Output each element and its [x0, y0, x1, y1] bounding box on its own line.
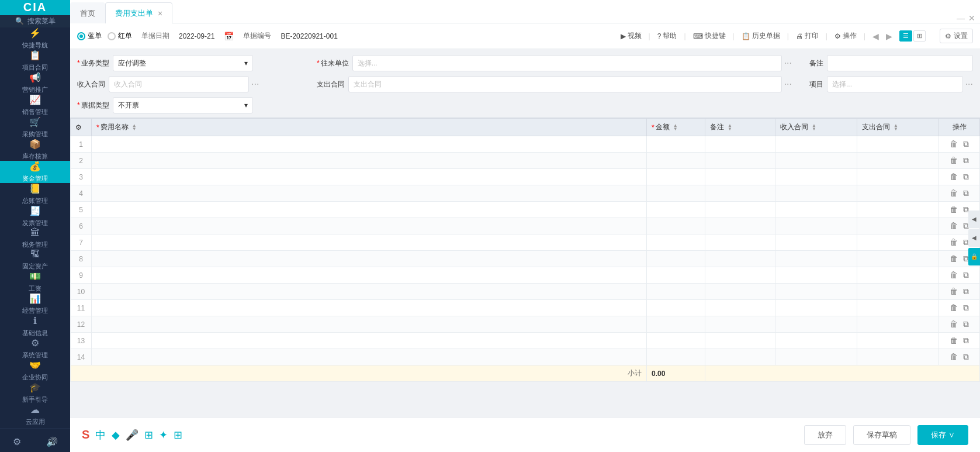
counterpart-ellipsis[interactable]: ··· — [784, 58, 792, 68]
delete-btn-3[interactable]: 🗑 — [948, 172, 960, 181]
expense-contract-cell-13[interactable] — [857, 333, 939, 349]
close-window-icon[interactable]: ✕ — [968, 13, 975, 23]
th-remark[interactable]: 备注 ▲▼ — [705, 119, 775, 136]
remark-cell-10[interactable] — [705, 284, 775, 300]
tool-zhong[interactable]: 中 — [95, 428, 106, 442]
delete-btn-13[interactable]: 🗑 — [948, 336, 960, 345]
copy-btn-2[interactable]: ⧉ — [961, 156, 971, 165]
sidebar-item-new-guide[interactable]: 🎓 新手引导 — [0, 382, 70, 404]
delete-btn-1[interactable]: 🗑 — [948, 139, 960, 149]
sidebar-item-project-contract[interactable]: 📋 项目合同 — [0, 50, 70, 72]
settings-icon[interactable]: ⚙ — [13, 436, 21, 447]
invoice-type-select[interactable]: 不开票 ▾ — [113, 97, 253, 113]
income-contract-cell-2[interactable] — [775, 153, 857, 169]
sidebar-item-enterprise[interactable]: 🤝 企业协同 — [0, 360, 70, 382]
tab-home[interactable]: 首页 — [70, 2, 105, 23]
expense-name-cell-3[interactable] — [92, 169, 647, 185]
expense-name-cell-9[interactable] — [92, 267, 647, 284]
calendar-icon[interactable]: 📅 — [224, 32, 234, 41]
expense-contract-cell-12[interactable] — [857, 316, 939, 333]
minimize-icon[interactable]: — — [957, 13, 965, 23]
remark-cell-2[interactable] — [705, 153, 775, 169]
save-button[interactable]: 保存 ∨ — [917, 425, 968, 445]
expense-contract-cell-10[interactable] — [857, 284, 939, 300]
expense-name-cell-8[interactable] — [92, 251, 647, 267]
prev-arrow[interactable]: ◀ — [872, 32, 879, 41]
sidebar-item-marketing[interactable]: 📢 营销推广 — [0, 72, 70, 94]
delete-btn-9[interactable]: 🗑 — [948, 270, 960, 280]
th-amount[interactable]: * 金额 ▲▼ — [647, 119, 705, 136]
delete-btn-7[interactable]: 🗑 — [948, 237, 960, 247]
income-contract-cell-9[interactable] — [775, 267, 857, 284]
copy-btn-3[interactable]: ⧉ — [961, 172, 971, 182]
expense-contract-cell-4[interactable] — [857, 185, 939, 202]
sidebar-item-salary[interactable]: 💵 工资 — [0, 271, 70, 293]
grid-view-btn[interactable]: ⊞ — [913, 30, 926, 42]
sidebar-search[interactable]: 🔍 搜索菜单 — [0, 15, 70, 27]
income-contract-cell-7[interactable] — [775, 234, 857, 251]
sidebar-item-capital[interactable]: 💰 资金管理 — [0, 161, 70, 183]
sidebar-item-purchase[interactable]: 🛒 采购管理 — [0, 116, 70, 139]
audio-icon[interactable]: 🔊 — [46, 436, 58, 447]
expense-name-cell-5[interactable] — [92, 202, 647, 218]
expense-contract-cell-11[interactable] — [857, 300, 939, 316]
th-expense-name[interactable]: * 费用名称 ▲▼ — [92, 119, 647, 136]
expense-contract-input[interactable]: 支出合同 — [348, 76, 782, 92]
income-contract-input[interactable]: 收入合同 — [109, 76, 249, 92]
remark-input[interactable] — [827, 55, 973, 71]
expense-contract-cell-7[interactable] — [857, 234, 939, 251]
income-contract-cell-4[interactable] — [775, 185, 857, 202]
amount-cell-4[interactable] — [647, 185, 705, 202]
tool-grid[interactable]: ⊞ — [144, 429, 153, 441]
expense-contract-cell-2[interactable] — [857, 153, 939, 169]
amount-cell-10[interactable] — [647, 284, 705, 300]
discard-button[interactable]: 放弃 — [804, 425, 846, 445]
th-gear[interactable]: ⚙ — [71, 119, 92, 136]
sidebar-item-inventory[interactable]: 📦 库存核算 — [0, 139, 70, 161]
history-btn[interactable]: 📋 历史单据 — [742, 31, 780, 41]
amount-cell-6[interactable] — [647, 218, 705, 234]
set-button[interactable]: ⚙ 设置 — [940, 29, 973, 43]
side-float-btn-2[interactable]: ◀ — [968, 229, 980, 247]
expense-contract-cell-3[interactable] — [857, 169, 939, 185]
copy-btn-11[interactable]: ⧉ — [961, 303, 971, 313]
delete-btn-2[interactable]: 🗑 — [948, 156, 960, 165]
expense-name-cell-2[interactable] — [92, 153, 647, 169]
income-contract-cell-8[interactable] — [775, 251, 857, 267]
expense-contract-cell-8[interactable] — [857, 251, 939, 267]
income-contract-cell-12[interactable] — [775, 316, 857, 333]
copy-btn-9[interactable]: ⧉ — [961, 270, 971, 280]
income-contract-cell-10[interactable] — [775, 284, 857, 300]
delete-btn-10[interactable]: 🗑 — [948, 287, 960, 296]
remark-cell-12[interactable] — [705, 316, 775, 333]
expense-name-cell-10[interactable] — [92, 284, 647, 300]
remark-cell-6[interactable] — [705, 218, 775, 234]
delete-btn-5[interactable]: 🗑 — [948, 205, 960, 214]
radio-red[interactable]: 红单 — [108, 31, 132, 41]
tab-expense-bill[interactable]: 费用支出单 × — [105, 2, 172, 23]
remark-cell-4[interactable] — [705, 185, 775, 202]
amount-cell-5[interactable] — [647, 202, 705, 218]
sidebar-item-fixed-assets[interactable]: 🏗 固定资产 — [0, 249, 70, 271]
tab-close-button[interactable]: × — [158, 9, 162, 18]
sidebar-item-tax[interactable]: 🏛 税务管理 — [0, 227, 70, 249]
side-float-btn-1[interactable]: ◀ — [968, 211, 980, 228]
amount-cell-1[interactable] — [647, 136, 705, 153]
project-ellipsis[interactable]: ··· — [965, 79, 973, 89]
delete-btn-11[interactable]: 🗑 — [948, 303, 960, 312]
income-contract-cell-11[interactable] — [775, 300, 857, 316]
amount-cell-14[interactable] — [647, 349, 705, 365]
sidebar-item-cloud-app[interactable]: ☁ 云应用 — [0, 404, 70, 426]
amount-cell-13[interactable] — [647, 333, 705, 349]
next-arrow[interactable]: ▶ — [886, 32, 892, 41]
copy-btn-1[interactable]: ⧉ — [961, 139, 971, 149]
ops-btn[interactable]: ⚙ 操作 — [834, 31, 857, 41]
amount-cell-3[interactable] — [647, 169, 705, 185]
amount-cell-12[interactable] — [647, 316, 705, 333]
sidebar-item-basic-info[interactable]: ℹ 基础信息 — [0, 315, 70, 337]
delete-btn-14[interactable]: 🗑 — [948, 352, 960, 361]
income-contract-cell-13[interactable] — [775, 333, 857, 349]
save-draft-button[interactable]: 保存草稿 — [853, 425, 910, 445]
remark-cell-7[interactable] — [705, 234, 775, 251]
tool-mic[interactable]: 🎤 — [126, 429, 138, 441]
